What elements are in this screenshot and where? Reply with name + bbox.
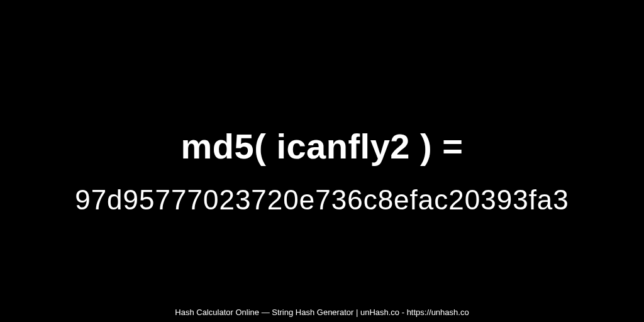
footer-text: Hash Calculator Online — String Hash Gen… [0, 308, 644, 317]
hash-result-container: md5( icanfly2 ) = 97d95777023720e736c8ef… [75, 0, 569, 322]
hash-output: 97d95777023720e736c8efac20393fa3 [75, 184, 569, 216]
hash-expression: md5( icanfly2 ) = [181, 126, 464, 167]
